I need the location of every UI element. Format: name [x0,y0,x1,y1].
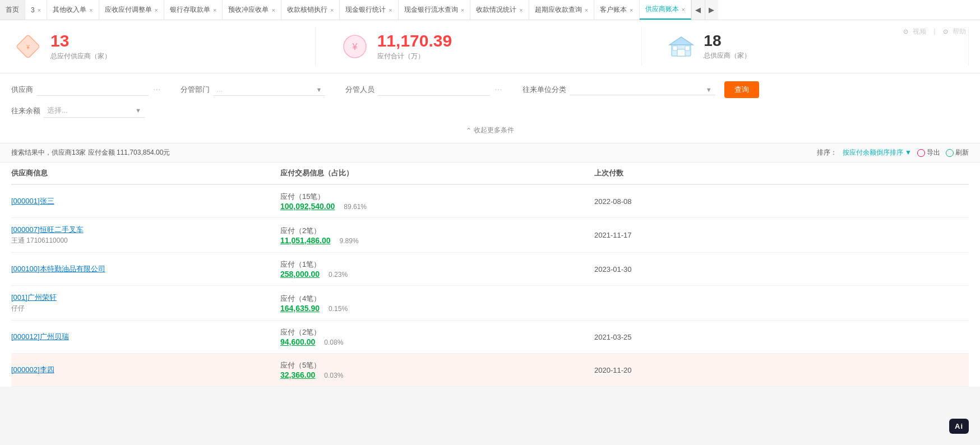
supplier-link-5[interactable]: [000002]李四 [11,365,54,374]
collapse-icon: ⌃ [466,127,471,135]
date-text-2: 2023-01-30 [594,265,632,274]
supplier-dots[interactable]: ··· [153,85,160,95]
nav-tab-supplier-ledger-label: 供应商账本 [645,4,679,14]
stat-label-total-suppliers: 总供应商（家） [704,51,751,61]
nav-tab-cash-bank-stat-close[interactable]: × [389,7,392,13]
nav-tab-home[interactable]: 首页 [0,0,25,20]
stat-content-suppliers-payable: 13 总应付供应商（家） [50,33,111,61]
nav-tab-supplier-ledger[interactable]: 供应商账本 × [640,0,691,20]
tx-label-5: 应付（5笔） [280,360,594,370]
nav-tab-bank-deposit-close[interactable]: × [213,7,216,13]
person-dots[interactable]: ··· [494,85,502,95]
help-link[interactable]: 帮助 [953,27,966,36]
supplier-link-1[interactable]: [000007]恒旺二手叉车 [11,225,84,234]
tx-percent-4: 0.08% [324,339,343,346]
tx-info-1: 应付（2笔） 11,051,486.00 9.89% [280,226,594,245]
supplier-input[interactable] [36,84,149,96]
collapse-button[interactable]: ⌃ 收起更多条件 [456,123,524,137]
supplier-link-2[interactable]: [000100]本特勤油品有限公司 [11,265,105,273]
table-row: [001]广州荣轩 仔仔 应付（4笔） 164,635.90 0.15% [11,286,969,321]
col-header-supplier: 供应商信息 [11,168,280,178]
nav-tab-overdue-ar-label: 超期应收款查询 [535,5,582,15]
nav-tab-ar-ap-adjust[interactable]: 应收应付调整单 × [99,0,164,20]
supplier-link-4[interactable]: [000012]广州贝瑞 [11,332,69,341]
dept-select[interactable]: ... ▼ [213,84,325,96]
nav-tab-receipt-stat[interactable]: 收款情况统计 × [470,0,529,20]
refresh-button[interactable]: 刷新 [946,148,969,157]
tx-label-3: 应付（4笔） [280,294,594,304]
stat-label-suppliers-payable: 总应付供应商（家） [50,52,111,61]
category-chevron-down-icon: ▼ [706,86,712,93]
header-help-links: ⊙ 视频 ｜ ⊙ 帮助 [900,27,969,36]
nav-tab-receipt-verify-close[interactable]: × [330,7,334,13]
sort-label: 排序： [817,148,837,157]
nav-tab-ar-ap-adjust-label: 应收应付调整单 [105,5,152,15]
svg-text:¥: ¥ [352,42,357,52]
tx-amount-3[interactable]: 164,635.90 [280,304,320,313]
nav-tab-pre-ar-close[interactable]: × [271,7,275,13]
tx-label-2: 应付（1笔） [280,259,594,270]
nav-tab-cash-bank-query[interactable]: 现金银行流水查询 × [399,0,470,20]
nav-tab-bank-deposit[interactable]: 银行存取款单 × [164,0,223,20]
export-label: 导出 [927,148,940,157]
nav-tab-3-label: 3 [31,6,35,14]
supplier-link-3[interactable]: [001]广州荣轩 [11,293,57,302]
nav-tab-receipt-verify[interactable]: 收款核销执行 × [281,0,340,20]
date-text-4: 2021-03-25 [594,333,632,341]
nav-tab-receipt-stat-close[interactable]: × [519,7,523,13]
table-row: [000012]广州贝瑞 应付（2笔） 94,600.00 0.08% 2021… [11,321,969,354]
supplier-info-3: [001]广州荣轩 仔仔 [11,293,280,313]
nav-tab-cash-bank-query-close[interactable]: × [461,7,464,13]
table-row: [000002]李四 应付（5笔） 32,366.00 0.03% 2020-1… [11,354,969,387]
nav-tab-3[interactable]: 3 × [25,0,47,20]
video-link[interactable]: 视频 [913,27,926,36]
dept-label: 分管部门 [181,85,210,95]
top-nav: 首页 3 × 其他收入单 × 应收应付调整单 × 银行存取款单 × 预收冲应收单… [0,0,980,20]
nav-tab-customer-ledger[interactable]: 客户账本 × [594,0,639,20]
nav-tab-other-income[interactable]: 其他收入单 × [47,0,99,20]
nav-tab-supplier-ledger-close[interactable]: × [682,6,685,13]
balance-select[interactable]: 选择... ▼ [44,104,145,118]
nav-next-btn[interactable]: ▶ [705,0,718,20]
nav-tab-pre-ar[interactable]: 预收冲应收单 × [223,0,281,20]
supplier-info-0: [000001]张三 [11,196,280,206]
category-select[interactable]: ▼ [570,85,715,95]
tx-amount-0[interactable]: 100,092,540.00 [280,202,335,211]
tx-amount-4[interactable]: 94,600.00 [280,337,315,346]
person-input[interactable] [378,84,490,96]
tx-amount-1[interactable]: 11,051,486.00 [280,236,331,245]
balance-chevron-down-icon: ▼ [135,107,141,114]
stat-number-total-suppliers: 18 [704,33,751,49]
filter-supplier: 供应商 ··· [11,84,160,96]
supplier-link-0[interactable]: [000001]张三 [11,197,54,205]
last-payment-4: 2021-03-25 [594,333,969,341]
svg-rect-8 [685,46,690,50]
nav-tab-overdue-ar[interactable]: 超期应收款查询 × [529,0,594,20]
nav-tab-home-label: 首页 [6,5,19,15]
tx-label-1: 应付（2笔） [280,226,594,236]
tx-percent-0: 89.61% [344,203,367,211]
tx-info-3: 应付（4笔） 164,635.90 0.15% [280,294,594,313]
nav-tab-ar-ap-adjust-close[interactable]: × [155,7,158,13]
tx-info-5: 应付（5笔） 32,366.00 0.03% [280,360,594,379]
stat-icon-diamond: ¥ [11,30,45,63]
nav-tab-other-income-close[interactable]: × [89,7,93,13]
search-area: 供应商 ··· 分管部门 ... ▼ 分管人员 ··· 往来单位分类 ▼ [0,73,980,143]
nav-tab-3-close[interactable]: × [38,7,41,13]
filter-person: 分管人员 ··· [345,84,502,96]
sort-value[interactable]: 按应付余额倒序排序 ▼ [843,148,912,157]
export-icon [917,149,925,157]
table-row: [000001]张三 应付（15笔） 100,092,540.00 89.61%… [11,185,969,218]
export-button[interactable]: 导出 [917,148,940,157]
query-button[interactable]: 查询 [724,81,759,98]
data-table: 供应商信息 应付交易信息（占比） 上次付数 [000001]张三 应付（15笔）… [0,163,980,387]
stat-icon-coins: ¥ [338,30,372,63]
tx-amount-2[interactable]: 258,000.00 [280,270,320,279]
nav-prev-btn[interactable]: ◀ [691,0,705,20]
refresh-label: 刷新 [955,148,969,157]
tx-amount-5[interactable]: 32,366.00 [280,370,315,379]
nav-tab-overdue-ar-close[interactable]: × [585,7,588,13]
col-header-last-payment: 上次付数 [594,168,969,178]
nav-tab-cash-bank-stat[interactable]: 现金银行统计 × [340,0,398,20]
nav-tab-customer-ledger-close[interactable]: × [630,7,633,13]
